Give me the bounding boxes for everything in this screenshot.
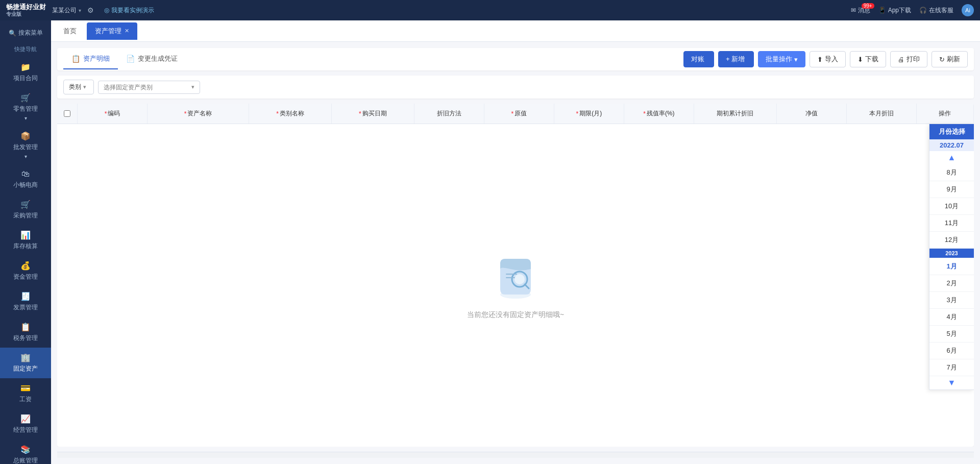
sidebar-item-inventory[interactable]: 📊 库存核算 [0,225,51,256]
inventory-icon: 📊 [20,230,31,240]
print-icon: 🖨 [898,56,904,63]
filter-bar: 类别 ▾ ▾ [57,76,974,99]
sidebar-item-assets[interactable]: 🏢 固定资产 [0,348,51,378]
sidebar-item-ledger[interactable]: 📚 总账管理 [0,439,51,464]
sidebar-item-purchase[interactable]: 🛒 采购管理 [0,194,51,225]
purchase-icon: 🛒 [20,200,31,209]
th-residual-rate: *残值率(%) [624,104,694,124]
tax-icon: 📋 [20,322,31,332]
empty-illustration [490,251,541,302]
month-item-10[interactable]: 10月 [929,198,974,215]
phone-icon: 📱 [878,7,886,14]
th-code: *编码 [78,104,148,124]
table-body: 当前您还没有固定资产明细哦~ [57,124,974,447]
horizontal-scrollbar[interactable] [57,452,974,458]
th-name: *资产名称 [148,104,249,124]
month-item-1[interactable]: 1月 [929,258,974,275]
th-checkbox[interactable] [57,104,78,124]
chevron-down-icon: ▾ [79,8,81,13]
retail-icon: 🛒 [20,93,31,103]
month-item-6[interactable]: 6月 [929,343,974,359]
year-2023-marker: 2023 [929,249,974,258]
tab-voucher[interactable]: 📄 变更生成凭证 [118,49,186,69]
category-search-input[interactable] [104,84,191,91]
wholesale-icon: 📦 [20,131,31,141]
ecom-icon: 🛍 [21,169,30,179]
month-item-9[interactable]: 9月 [929,181,974,198]
th-original-value: *原值 [484,104,554,124]
month-item-2[interactable]: 2月 [929,275,974,292]
sidebar-item-invoice[interactable]: 🧾 发票管理 [0,286,51,317]
chevron-down-icon: ▾ [191,84,194,90]
month-item-3[interactable]: 3月 [929,292,974,309]
month-item-4[interactable]: 4月 [929,309,974,326]
main-section: *编码 *资产名称 *类别名称 *购买日期 折旧方法 [57,104,974,447]
tab-home[interactable]: 首页 [55,22,85,40]
th-month-depreciation: 本月折旧 [847,104,917,124]
empty-text: 当前您还没有固定资产明细哦~ [467,310,564,320]
demo-button[interactable]: ◎ 我要看实例演示 [104,6,154,15]
ledger-icon: 📚 [20,445,31,454]
sidebar-item-salary[interactable]: 💳 工资 [0,378,51,409]
online-service-link[interactable]: 🎧 在线客服 [919,6,953,15]
project-icon: 📁 [20,62,31,72]
table-header: *编码 *资产名称 *类别名称 *购买日期 折旧方法 [57,104,974,124]
settings-icon[interactable]: ⚙ [87,6,94,14]
message-button[interactable]: ✉ 消息 99+ [851,6,870,15]
th-method: 折旧方法 [414,104,484,124]
reconcile-button[interactable]: 对账 [683,51,714,67]
import-icon: ⬆ [817,56,823,63]
sidebar-item-retail[interactable]: 🛒 零售管理 ▾ [0,88,51,126]
add-button[interactable]: + 新增 [718,51,754,67]
month-item-7[interactable]: 7月 [929,359,974,376]
th-operations: 操作 [917,104,974,124]
tab-asset-detail[interactable]: 📋 资产明细 [63,49,118,69]
svg-point-2 [514,274,525,284]
th-net-value: 净值 [777,104,847,124]
batch-button[interactable]: 批量操作 ▾ [758,51,805,67]
sidebar: 🔍 搜索菜单 快捷导航 📁 项目合同 🛒 零售管理 ▾ 📦 批发管理 ▾ 🛍 小… [0,20,51,464]
search-icon: 🔍 [9,30,16,37]
download-icon: ⬇ [857,56,863,63]
sidebar-item-project[interactable]: 📁 项目合同 [0,57,51,88]
th-category: *类别名称 [249,104,332,124]
sidebar-item-tax[interactable]: 📋 税务管理 [0,317,51,348]
month-item-11[interactable]: 11月 [929,215,974,232]
company-selector[interactable]: 某某公司 ▾ [52,6,81,15]
app-download-link[interactable]: 📱 App下载 [878,6,911,15]
download-button[interactable]: ⬇ 下载 [850,51,886,67]
document-icon: 📄 [126,55,135,63]
asset-table: *编码 *资产名称 *类别名称 *购买日期 折旧方法 [57,104,974,447]
th-accum-depreciation: 期初累计折旧 [694,104,777,124]
refresh-icon: ↻ [939,56,945,63]
chevron-down-icon: ▾ [794,56,798,63]
tab-assets[interactable]: 资产管理 ✕ [87,22,137,40]
invoice-icon: 🧾 [20,291,31,301]
month-item-8[interactable]: 8月 [929,164,974,181]
category-type-select[interactable]: 类别 ▾ [63,80,94,94]
sidebar-item-quicknav[interactable]: 快捷导航 [0,41,51,57]
import-button[interactable]: ⬆ 导入 [810,51,846,67]
finance-icon: 💰 [20,261,31,271]
sidebar-item-finance[interactable]: 💰 资金管理 [0,256,51,286]
top-bar: 畅捷通好业财 专业版 某某公司 ▾ ⚙ ◎ 我要看实例演示 ✉ 消息 99+ 📱… [0,0,980,20]
sidebar-item-ecom[interactable]: 🛍 小畅电商 [0,164,51,194]
ops-icon: 📈 [20,414,31,424]
category-input-wrap[interactable]: ▾ [98,81,200,94]
sidebar-item-ops[interactable]: 📈 经营管理 [0,409,51,439]
list-icon: 📋 [71,55,80,63]
print-button[interactable]: 🖨 打印 [890,51,927,67]
month-item-12[interactable]: 12月 [929,232,974,249]
month-nav-up[interactable]: ▲ [929,151,974,164]
month-selector-panel: 月份选择 2022.07 ▲ 8月 9月 10月 11月 12月 2023 1月… [929,124,974,390]
search-menu-button[interactable]: 🔍 搜索菜单 [0,25,51,41]
current-year-display: 2022.07 [929,139,974,151]
month-item-5[interactable]: 5月 [929,326,974,343]
select-all-checkbox[interactable] [64,110,70,117]
close-icon[interactable]: ✕ [125,28,129,34]
avatar[interactable]: Ai [962,4,974,16]
sidebar-item-wholesale[interactable]: 📦 批发管理 ▾ [0,126,51,164]
salary-icon: 💳 [20,383,31,393]
month-nav-down[interactable]: ▼ [929,376,974,389]
refresh-button[interactable]: ↻ 刷新 [932,51,968,67]
